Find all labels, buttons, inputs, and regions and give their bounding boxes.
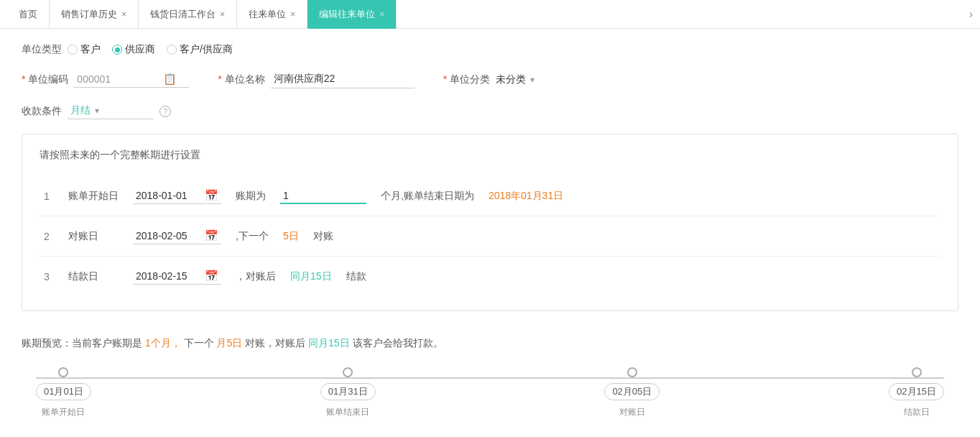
step-highlight-date-1: 2018年01月31日 xyxy=(489,190,563,203)
step-num-2: 2 xyxy=(40,231,54,242)
step-desc-after-3: 结款 xyxy=(346,270,366,283)
radio-supplier-circle xyxy=(112,45,122,55)
node-dot-4 xyxy=(912,367,922,377)
timeline-node-3: 02月05日 对账日 xyxy=(604,367,660,418)
payment-condition-value: 月结 xyxy=(70,104,91,117)
step-calendar-icon-2[interactable]: 📅 xyxy=(205,229,218,242)
preview-text: 账期预览：当前客户账期是 1个月， 下一个 月5日 对账，对账后 同月15日 该… xyxy=(22,337,958,350)
preview-highlight1: 1个月， xyxy=(145,337,181,349)
tab-partner-units-label: 往来单位 xyxy=(249,8,286,21)
step-desc-after-2: 对账 xyxy=(313,230,333,243)
preview-prefix: 账期预览：当前客户账期是 xyxy=(22,337,142,349)
unit-category-arrow-icon: ▾ xyxy=(530,75,535,85)
step-highlight-2: 5日 xyxy=(283,230,299,243)
step-label-2: 对账日 xyxy=(68,230,119,243)
radio-customer-label: 客户 xyxy=(80,43,101,56)
tab-partner-units-close[interactable]: × xyxy=(290,9,295,19)
unit-code-input[interactable] xyxy=(77,73,163,85)
tab-sales-order-history[interactable]: 销售订单历史 × xyxy=(50,0,139,29)
unit-info-row: 单位编码 📋 单位名称 单位分类 未分类 ▾ xyxy=(22,70,958,88)
unit-name-label: 单位名称 xyxy=(218,73,264,86)
step-label-3: 结款日 xyxy=(68,270,119,283)
step-rows: 1 账单开始日 📅 账期为 个月,账单结束日期为 2018年01月31日 2 对… xyxy=(40,176,940,296)
radio-supplier[interactable]: 供应商 xyxy=(112,43,155,56)
help-icon[interactable]: ? xyxy=(160,106,171,117)
unit-code-icon[interactable]: 📋 xyxy=(163,73,177,86)
unit-type-row: 单位类型 客户 供应商 客户/供应商 xyxy=(22,43,958,56)
tab-bar-arrow-icon[interactable]: › xyxy=(969,8,973,21)
payment-condition-label: 收款条件 xyxy=(22,105,62,118)
preview-highlight3: 同月15日 xyxy=(308,337,350,349)
node-label-box-1: 01月01日 xyxy=(36,383,91,400)
step-date-field-3[interactable] xyxy=(136,270,200,282)
step-date-input-2: 📅 xyxy=(133,228,221,244)
tab-bar: 首页 销售订单历史 × 钱货日清工作台 × 往来单位 × 编辑往来单位 × › xyxy=(0,0,980,29)
payment-condition-select[interactable]: 月结 ▾ xyxy=(68,103,154,119)
step-row-2: 2 对账日 📅 ,下一个 5日 对账 xyxy=(40,216,940,257)
radio-group: 客户 供应商 客户/供应商 xyxy=(68,43,233,56)
node-label-box-4: 02月15日 xyxy=(889,383,944,400)
preview-suffix: 该客户会给我打款。 xyxy=(353,337,443,349)
tab-sales-order-history-close[interactable]: × xyxy=(121,9,126,19)
unit-category-label: 单位分类 xyxy=(443,73,490,86)
payment-condition-group: 收款条件 月结 ▾ ? xyxy=(22,103,171,119)
step-calendar-icon-3[interactable]: 📅 xyxy=(205,270,218,282)
section-title: 请按照未来的一个完整帐期进行设置 xyxy=(40,149,940,162)
radio-customer[interactable]: 客户 xyxy=(68,43,101,56)
step-date-field-1[interactable] xyxy=(136,190,200,201)
timeline-nodes: 01月01日 账单开始日 01月31日 账单结束日 02月05日 对账日 02月… xyxy=(36,367,944,418)
unit-category-value: 未分类 xyxy=(496,73,526,86)
node-desc-1: 账单开始日 xyxy=(42,406,85,418)
radio-supplier-label: 供应商 xyxy=(125,43,155,56)
payment-condition-row: 收款条件 月结 ▾ ? xyxy=(22,103,958,119)
payment-condition-arrow-icon: ▾ xyxy=(95,106,99,116)
unit-code-group: 单位编码 📋 xyxy=(22,71,189,88)
radio-customer-supplier-label: 客户/供应商 xyxy=(180,43,233,56)
node-desc-4: 结款日 xyxy=(904,406,930,418)
radio-customer-supplier[interactable]: 客户/供应商 xyxy=(167,43,233,56)
step-date-input-1: 📅 xyxy=(133,188,221,204)
preview-highlight2: 月5日 xyxy=(216,337,242,349)
unit-name-input[interactable] xyxy=(271,70,415,88)
tab-partner-units[interactable]: 往来单位 × xyxy=(237,0,308,29)
preview-middle1: 下一个 xyxy=(184,337,214,349)
unit-type-label: 单位类型 xyxy=(22,43,62,56)
step-desc-before-2: ,下一个 xyxy=(236,230,269,243)
timeline-node-1: 01月01日 账单开始日 xyxy=(36,367,91,418)
step-row-3: 3 结款日 📅 ，对账后 同月15日 结款 xyxy=(40,257,940,296)
tab-cash-workbench-close[interactable]: × xyxy=(220,9,225,19)
tab-edit-partner-unit[interactable]: 编辑往来单位 × xyxy=(308,0,397,29)
node-dot-3 xyxy=(627,367,637,377)
node-desc-3: 对账日 xyxy=(619,406,645,418)
unit-category-select[interactable]: 未分类 ▾ xyxy=(496,73,553,86)
step-desc-before-3: ，对账后 xyxy=(236,270,276,283)
unit-category-group: 单位分类 未分类 ▾ xyxy=(443,73,553,86)
tab-cash-workbench[interactable]: 钱货日清工作台 × xyxy=(139,0,237,29)
tab-sales-order-history-label: 销售订单历史 xyxy=(61,8,117,21)
step-label-1: 账单开始日 xyxy=(68,190,119,203)
node-dot-2 xyxy=(343,367,353,377)
step-num-3: 3 xyxy=(40,271,54,282)
unit-code-input-wrapper: 📋 xyxy=(74,71,189,88)
node-label-box-3: 02月05日 xyxy=(604,383,660,400)
tab-edit-partner-unit-close[interactable]: × xyxy=(379,9,384,19)
tab-home-label: 首页 xyxy=(19,8,37,21)
tab-cash-workbench-label: 钱货日清工作台 xyxy=(150,8,216,21)
step-row-1: 1 账单开始日 📅 账期为 个月,账单结束日期为 2018年01月31日 xyxy=(40,176,940,216)
tab-edit-partner-unit-label: 编辑往来单位 xyxy=(319,8,375,21)
step-desc-before-1: 账期为 xyxy=(236,190,266,203)
step-calendar-icon-1[interactable]: 📅 xyxy=(205,189,218,202)
period-settings-box: 请按照未来的一个完整帐期进行设置 1 账单开始日 📅 账期为 个月,账单结束日期… xyxy=(22,134,958,311)
node-desc-2: 账单结束日 xyxy=(326,406,369,418)
step-desc-after-1: 个月,账单结束日期为 xyxy=(381,190,474,203)
period-input[interactable] xyxy=(280,188,366,204)
unit-name-group: 单位名称 xyxy=(218,70,414,88)
tab-home[interactable]: 首页 xyxy=(7,0,50,29)
main-content: 单位类型 客户 供应商 客户/供应商 单位编码 xyxy=(0,29,980,437)
step-date-field-2[interactable] xyxy=(136,230,200,242)
timeline-node-2: 01月31日 账单结束日 xyxy=(320,367,376,418)
preview-section: 账期预览：当前客户账期是 1个月， 下一个 月5日 对账，对账后 同月15日 该… xyxy=(22,326,958,437)
help-icon-text: ? xyxy=(163,107,167,116)
preview-middle2: 对账，对账后 xyxy=(245,337,305,349)
step-highlight-3: 同月15日 xyxy=(290,270,332,283)
